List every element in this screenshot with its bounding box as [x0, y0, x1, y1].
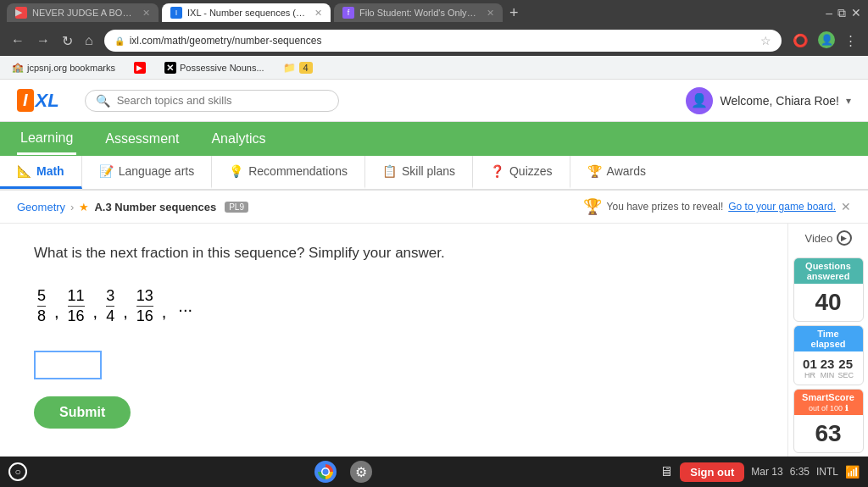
tab-icon-2: I [170, 7, 182, 19]
comma-1: , [54, 302, 59, 325]
bookmark-icon-jcpsnj: 🏫 [12, 62, 24, 73]
tab-skill-plans[interactable]: 📋 Skill plans [365, 156, 473, 189]
taskbar-right: 🖥 Sign out Mar 13 6:35 INTL 📶 [659, 462, 860, 482]
bookmark-youtube[interactable]: ▶ [129, 60, 151, 75]
monitor-icon[interactable]: 🖥 [659, 464, 673, 479]
star-bookmark-icon[interactable]: ☆ [760, 34, 771, 47]
awards-icon: 🏆 [587, 164, 602, 178]
breadcrumb-star[interactable]: ★ [79, 201, 89, 213]
taskbar-time: 6:35 [790, 466, 810, 478]
browser-tab-3[interactable]: f Filo Student: World's Only Live In... … [334, 3, 503, 22]
settings-taskbar-icon[interactable]: ⚙ [350, 461, 372, 483]
nav-assessment[interactable]: Assessment [102, 125, 182, 153]
breadcrumb-current: A.3 Number sequences [94, 201, 216, 213]
prize-text: You have prizes to reveal! [607, 201, 724, 213]
minutes-display: 23 MIN [821, 357, 835, 379]
prize-notice: 🏆 You have prizes to reveal! Go to your … [583, 197, 851, 216]
tab-awards[interactable]: 🏆 Awards [570, 156, 663, 189]
tab-close-3[interactable]: ✕ [487, 8, 494, 19]
new-tab-button[interactable]: + [506, 4, 522, 22]
search-bar: 🔍 [85, 90, 661, 112]
bookmark-possessive-nouns[interactable]: ✕ Possessive Nouns... [159, 60, 270, 75]
profile-icon[interactable]: 👤 [818, 31, 835, 48]
reload-button[interactable]: ↻ [58, 31, 77, 51]
fraction-3-num: 3 [106, 287, 114, 307]
home-button[interactable]: ⌂ [81, 31, 97, 51]
language-arts-icon: 📝 [99, 164, 114, 178]
avatar[interactable]: 👤 [686, 87, 713, 114]
tab-label-3: Filo Student: World's Only Live In... [359, 8, 478, 18]
close-window-button[interactable]: ✕ [851, 6, 861, 19]
tab-language-arts[interactable]: 📝 Language arts [82, 156, 213, 189]
tab-recommendations[interactable]: 💡 Recommendations [212, 156, 365, 189]
answer-input[interactable] [34, 351, 102, 379]
bookmark-folder[interactable]: 📁 4 [278, 60, 318, 75]
ixl-nav: Learning Assessment Analytics [0, 122, 868, 156]
sequence-display: 5 8 , 11 16 , 3 4 , 13 16 , [34, 287, 754, 325]
address-bar-row: ← → ↻ ⌂ 🔒 ixl.com/math/geometry/number-s… [0, 25, 868, 56]
breadcrumb-bar: Geometry › ★ A.3 Number sequences PL9 🏆 … [0, 191, 868, 224]
chrome-taskbar-icon[interactable] [314, 461, 337, 483]
prize-close-icon[interactable]: ✕ [841, 200, 851, 213]
browser-tab-1[interactable]: ▶ NEVER JUDGE A BOOK BY ITS... ✕ [7, 3, 159, 22]
menu-icon[interactable]: ⋮ [840, 31, 861, 50]
prize-link[interactable]: Go to your game board. [728, 201, 836, 213]
taskbar-circle-button[interactable]: ○ [8, 462, 27, 481]
back-button[interactable]: ← [7, 31, 29, 51]
video-button[interactable]: Video ▶ [804, 230, 851, 246]
taskbar-left: ○ [8, 462, 27, 481]
ellipsis: ... [178, 296, 192, 316]
breadcrumb-parent[interactable]: Geometry [17, 201, 65, 213]
locale-label: INTL [816, 466, 838, 478]
user-dropdown-arrow[interactable]: ▾ [846, 95, 851, 107]
bookmarks-bar: 🏫 jcpsnj.org bookmarks ▶ ✕ Possessive No… [0, 56, 868, 80]
address-text: ixl.com/math/geometry/number-sequences [130, 35, 755, 47]
tab-math[interactable]: 📐 Math [0, 156, 82, 189]
stats-sidebar: Video ▶ Questions answered 40 Time elaps… [787, 224, 868, 487]
taskbar-center: ⚙ [36, 461, 651, 483]
x-icon: ✕ [164, 62, 176, 74]
smart-score-box: SmartScore out of 100 ℹ 63 [793, 389, 864, 453]
video-text: Video [804, 232, 832, 245]
search-input-wrap[interactable]: 🔍 [85, 90, 339, 112]
tab-quizzes[interactable]: ❓ Quizzes [473, 156, 570, 189]
browser-actions: ⭕ 👤 ⋮ [788, 31, 861, 50]
question-area: What is the next fraction in this sequen… [0, 224, 787, 487]
bookmark-label-jcpsnj: jcpsnj.org bookmarks [27, 63, 115, 73]
extensions-icon[interactable]: ⭕ [788, 31, 813, 50]
nav-learning[interactable]: Learning [17, 124, 76, 155]
tab-close-2[interactable]: ✕ [314, 8, 322, 19]
ixl-logo[interactable]: I XL [17, 89, 59, 112]
tab-close-1[interactable]: ✕ [142, 8, 150, 19]
comma-4: , [162, 302, 167, 325]
taskbar-date: Mar 13 [751, 466, 782, 478]
questions-answered-label: Questions answered [794, 258, 863, 284]
sign-out-button[interactable]: Sign out [680, 462, 744, 482]
address-bar[interactable]: 🔒 ixl.com/math/geometry/number-sequences… [104, 30, 782, 52]
breadcrumb-sep: › [70, 201, 74, 213]
minutes-label: MIN [821, 371, 835, 379]
seconds-display: 25 SEC [837, 357, 854, 379]
play-icon: ▶ [837, 230, 852, 246]
browser-chrome: ▶ NEVER JUDGE A BOOK BY ITS... ✕ I IXL -… [0, 0, 868, 25]
bookmark-jcpsnj[interactable]: 🏫 jcpsnj.org bookmarks [7, 60, 120, 75]
tab-language-arts-label: Language arts [119, 164, 195, 178]
tab-awards-label: Awards [607, 164, 646, 178]
restore-button[interactable]: ⧉ [837, 6, 846, 20]
submit-button[interactable]: Submit [34, 396, 131, 429]
fraction-4-den: 16 [136, 307, 153, 325]
search-icon: 🔍 [96, 94, 110, 108]
breadcrumb-badge: PL9 [225, 202, 248, 213]
browser-tab-2[interactable]: I IXL - Number sequences (Geom... ✕ [162, 3, 331, 22]
breadcrumb: Geometry › ★ A.3 Number sequences PL9 [17, 201, 248, 213]
nav-analytics[interactable]: Analytics [208, 125, 269, 153]
prize-trophy-icon: 🏆 [583, 197, 602, 216]
forward-button[interactable]: → [32, 31, 54, 51]
tab-quizzes-label: Quizzes [509, 164, 553, 178]
smart-score-value: 63 [794, 415, 863, 452]
fraction-2-den: 16 [68, 307, 85, 325]
info-icon[interactable]: ℹ [845, 404, 848, 412]
minimize-button[interactable]: – [826, 6, 832, 19]
search-input[interactable] [117, 94, 328, 107]
fraction-3: 3 4 [106, 287, 114, 325]
